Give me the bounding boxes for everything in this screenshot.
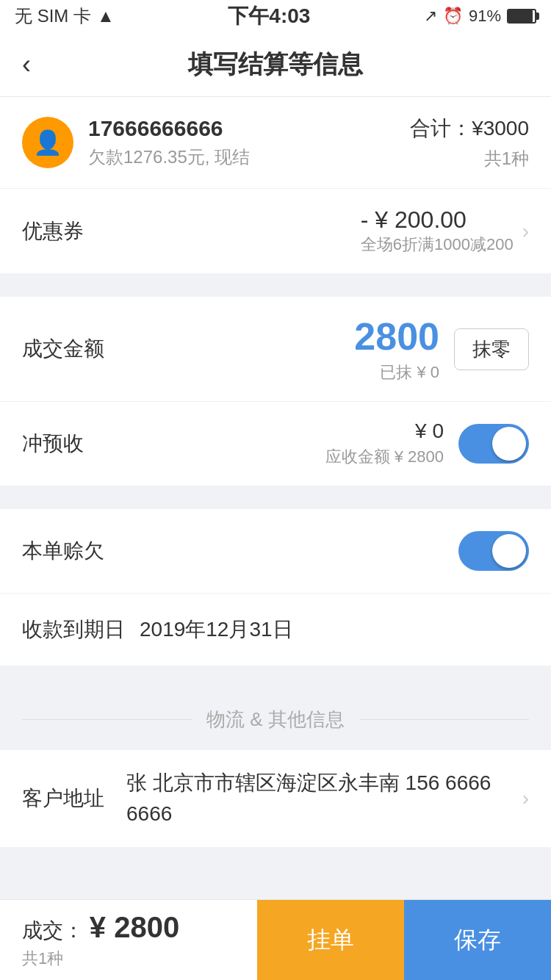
round-off-button[interactable]: 抹零 (454, 328, 529, 370)
section-divider-2 (0, 497, 551, 509)
deal-amount-label: 成交金额 (22, 335, 104, 363)
debt-card: 本单赊欠 收款到期日 2019年12月31日 (0, 509, 551, 666)
address-chevron-icon: › (522, 787, 529, 810)
customer-row: 👤 17666666666 欠款1276.35元, 现结 合计：¥3000 共1… (0, 97, 551, 188)
coupon-label: 优惠券 (22, 217, 84, 245)
main-content: 👤 17666666666 欠款1276.35元, 现结 合计：¥3000 共1… (0, 97, 551, 980)
logistics-section-header: 物流 & 其他信息 (0, 689, 551, 750)
bottom-bar: 成交： ¥ 2800 共1种 挂单 保存 (0, 899, 551, 980)
deal-amount-value: 2800 (354, 314, 439, 359)
logistics-label: 物流 & 其他信息 (206, 707, 345, 732)
logistics-line-left (22, 719, 192, 720)
pending-button[interactable]: 挂单 (257, 900, 404, 981)
prepayment-value-wrap: ¥ 0 应收金额 ¥ 2800 (325, 419, 444, 468)
customer-left: 👤 17666666666 欠款1276.35元, 现结 (22, 116, 250, 169)
deal-sub-text: 已抹 ¥ 0 (354, 361, 439, 383)
prepayment-subtext: 应收金额 ¥ 2800 (325, 446, 444, 468)
customer-subtext: 欠款1276.35元, 现结 (88, 145, 250, 169)
customer-info: 17666666666 欠款1276.35元, 现结 (88, 116, 250, 169)
prepayment-toggle[interactable] (458, 424, 529, 464)
section-divider-1 (0, 285, 551, 297)
prepayment-row: 冲预收 ¥ 0 应收金额 ¥ 2800 (0, 401, 551, 486)
toggle-knob (492, 427, 526, 461)
status-bar: 无 SIM 卡 ▲ 下午4:03 ↗ ⏰ 91% (0, 0, 551, 32)
carrier-text: 无 SIM 卡 (15, 4, 91, 28)
page-header: ‹ 填写结算等信息 (0, 32, 551, 97)
status-left: 无 SIM 卡 ▲ (15, 4, 115, 28)
save-button[interactable]: 保存 (404, 900, 551, 981)
debt-toggle-knob (492, 534, 526, 568)
section-divider-3 (0, 677, 551, 689)
alarm-icon: ⏰ (443, 7, 463, 26)
deal-right: 2800 已抹 ¥ 0 抹零 (354, 314, 529, 383)
time-display: 下午4:03 (228, 2, 310, 30)
coupon-discount: - ¥ 200.00 (361, 206, 514, 234)
total-count: 共1种 (410, 147, 529, 170)
due-date-row: 收款到期日 2019年12月31日 (0, 593, 551, 666)
debt-row: 本单赊欠 (0, 509, 551, 593)
wifi-icon: ▲ (97, 6, 115, 26)
deal-amount-card: 成交金额 2800 已抹 ¥ 0 抹零 冲预收 ¥ 0 应收金额 ¥ 2800 (0, 297, 551, 486)
deal-value-wrap: 2800 已抹 ¥ 0 (354, 314, 439, 383)
coupon-description: 全场6折满1000减200 (361, 234, 514, 256)
coupon-right: - ¥ 200.00 全场6折满1000减200 › (361, 206, 529, 256)
bottom-summary: 成交： ¥ 2800 共1种 (0, 911, 257, 970)
total-amount: 合计：¥3000 (410, 115, 529, 143)
debt-label: 本单赊欠 (22, 537, 104, 565)
battery-icon (507, 9, 536, 24)
address-value: 张 北京市市辖区海淀区永丰南 156 6666 6666 (126, 768, 522, 829)
customer-right: 合计：¥3000 共1种 (410, 115, 529, 170)
avatar: 👤 (22, 117, 73, 168)
address-row[interactable]: 客户地址 张 北京市市辖区海淀区永丰南 156 6666 6666 › (0, 750, 551, 847)
due-date-label: 收款到期日 (22, 616, 125, 644)
customer-phone: 17666666666 (88, 116, 250, 141)
avatar-icon: 👤 (33, 129, 62, 156)
battery-text: 91% (469, 7, 501, 26)
prepayment-value: ¥ 0 (325, 419, 444, 443)
coupon-row[interactable]: 优惠券 - ¥ 200.00 全场6折满1000减200 › (0, 188, 551, 273)
address-card: 客户地址 张 北京市市辖区海淀区永丰南 156 6666 6666 › (0, 750, 551, 847)
logistics-line-right (359, 719, 529, 720)
due-date-value: 2019年12月31日 (140, 616, 293, 644)
bottom-deal-label: 成交： (22, 919, 84, 942)
status-right: ↗ ⏰ 91% (424, 7, 536, 26)
prepayment-right: ¥ 0 应收金额 ¥ 2800 (325, 419, 529, 468)
deal-amount-row: 成交金额 2800 已抹 ¥ 0 抹零 (0, 297, 551, 401)
address-label: 客户地址 (22, 785, 104, 813)
chevron-right-icon: › (522, 220, 529, 243)
page-title: 填写结算等信息 (188, 48, 363, 82)
debt-toggle[interactable] (458, 531, 529, 571)
customer-card: 👤 17666666666 欠款1276.35元, 现结 合计：¥3000 共1… (0, 97, 551, 273)
location-icon: ↗ (424, 7, 437, 26)
back-button[interactable]: ‹ (22, 49, 31, 80)
bottom-deal-line: 成交： ¥ 2800 (22, 911, 235, 945)
prepayment-label: 冲预收 (22, 430, 84, 458)
bottom-count: 共1种 (22, 948, 235, 970)
bottom-amount: ¥ 2800 (90, 911, 179, 943)
